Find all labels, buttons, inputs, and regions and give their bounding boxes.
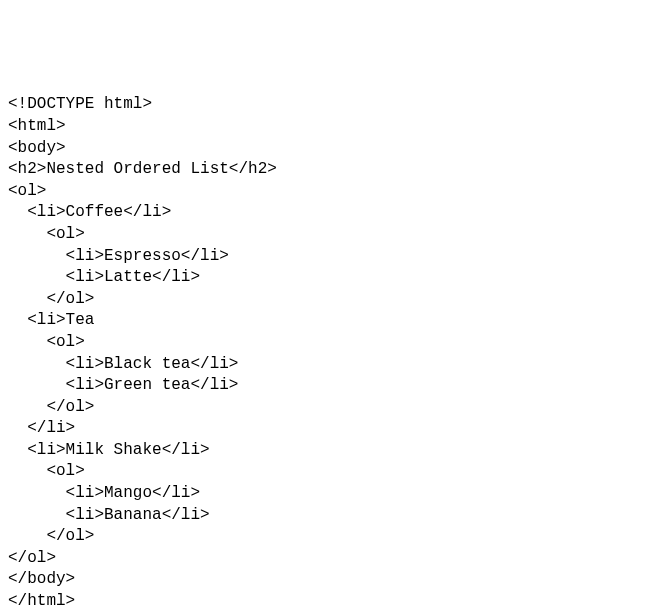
code-line: <!DOCTYPE html>: [8, 94, 663, 116]
code-line: <li>Coffee</li>: [8, 202, 663, 224]
code-line: </body>: [8, 569, 663, 591]
code-line: <li>Banana</li>: [8, 505, 663, 527]
code-line: <h2>Nested Ordered List</h2>: [8, 159, 663, 181]
code-line: <ol>: [8, 332, 663, 354]
code-line: </li>: [8, 418, 663, 440]
code-line: <html>: [8, 116, 663, 138]
code-line: </ol>: [8, 526, 663, 548]
code-block: <!DOCTYPE html><html><body><h2>Nested Or…: [8, 94, 663, 612]
code-line: <li>Latte</li>: [8, 267, 663, 289]
code-line: <ol>: [8, 224, 663, 246]
code-line: <li>Espresso</li>: [8, 246, 663, 268]
code-line: </ol>: [8, 548, 663, 570]
code-line: <li>Mango</li>: [8, 483, 663, 505]
code-line: <li>Tea: [8, 310, 663, 332]
code-line: </html>: [8, 591, 663, 613]
code-line: </ol>: [8, 397, 663, 419]
code-line: <ol>: [8, 461, 663, 483]
code-line: <li>Black tea</li>: [8, 354, 663, 376]
code-line: <li>Milk Shake</li>: [8, 440, 663, 462]
code-line: <body>: [8, 138, 663, 160]
code-line: <ol>: [8, 181, 663, 203]
code-line: <li>Green tea</li>: [8, 375, 663, 397]
code-line: </ol>: [8, 289, 663, 311]
